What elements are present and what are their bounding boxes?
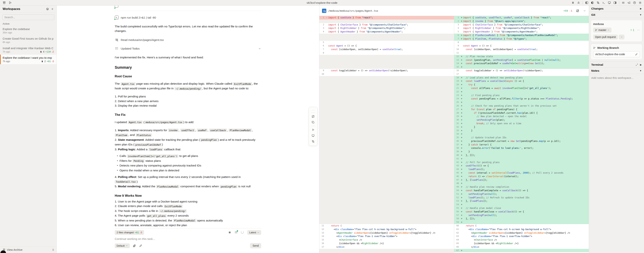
- diff-code-row: 61 <div className="flex flex-col h-scree…: [454, 228, 589, 231]
- message-input[interactable]: [115, 237, 261, 240]
- diff-code-row: 39+ }: [454, 150, 589, 154]
- inline-code: Agent.tsx: [128, 120, 143, 124]
- pen-icon[interactable]: [139, 244, 142, 247]
- chat-scroll-area[interactable]: npm run build 2>&1 | tail -80The build c…: [57, 6, 319, 228]
- diff-code-row: 11: [454, 51, 589, 55]
- git-compare-icon[interactable]: [596, 1, 600, 4]
- branch-dropdown[interactable]: master: [593, 28, 612, 32]
- workspace-title: Explore the codebase: [3, 28, 54, 30]
- notes-placeholder[interactable]: Add notes about this workspace...: [589, 74, 644, 82]
- diff-code-row: 64 <ChatInterface />: [454, 238, 589, 242]
- layers-icon[interactable]: [46, 8, 49, 10]
- menu-icon[interactable]: [622, 1, 625, 4]
- diff-filler-row: [319, 175, 454, 178]
- diff-code-row: 19+ const loadPlans = useCallback(async …: [454, 80, 589, 83]
- collapse-up-icon[interactable]: [577, 1, 580, 4]
- diff-panel: TS /medusa/medusa/src/pages/Agent.tsx +5…: [319, 6, 589, 253]
- send-button[interactable]: Send: [250, 243, 261, 248]
- pause-icon[interactable]: [571, 1, 574, 4]
- diff-code-row: 14 <div className="flex flex-1 overflow-…: [319, 234, 454, 238]
- workspaces-header: Workspaces: [0, 6, 56, 12]
- diff-code-row: 29+ // New plan detected – open the moda…: [454, 115, 589, 118]
- git-label: Git: [591, 13, 640, 16]
- diff-new-pane: 1+import { useState, useEffect, useRef, …: [454, 16, 589, 253]
- diff-file-header[interactable]: TS /medusa/medusa/src/pages/Agent.tsx +5…: [319, 6, 589, 16]
- composer-actions: Default Send: [115, 243, 261, 248]
- inline-code: ExitPlanMode: [164, 204, 183, 208]
- view-archive-button[interactable]: View Archive 0: [0, 246, 56, 253]
- diff-code-row: 3import { RightSidebar } from "@/compone…: [319, 26, 454, 30]
- expand-icon[interactable]: [636, 64, 638, 66]
- typescript-file-icon: TS: [322, 9, 326, 13]
- add-workspace-icon[interactable]: [51, 8, 54, 10]
- diff-toggle-icon[interactable]: [309, 114, 317, 119]
- model-dropdown[interactable]: Default: [115, 244, 130, 248]
- megaphone-icon[interactable]: [627, 1, 630, 4]
- gear-icon[interactable]: [638, 1, 642, 4]
- files-changed-badge[interactable]: 2 files changed +61 -3: [115, 230, 144, 235]
- list-item: 5.Modal rendering: Added the PlanReviewM…: [115, 184, 261, 189]
- workspace-item[interactable]: Explore the codebase35m ago: [0, 26, 56, 36]
- diff-code-row: 12+ // Plan review state: [454, 55, 589, 58]
- tool-call-row[interactable]: npm run build 2>&1 | tail -80: [115, 16, 261, 20]
- diff-code-row: 10 const [sidebarOpen, setSidebarOpen] =…: [454, 48, 589, 51]
- spinner-icon[interactable]: [241, 231, 244, 234]
- working-branch-field: [593, 51, 640, 57]
- panel-left-icon[interactable]: [585, 1, 588, 4]
- chevron-down-icon[interactable]: [258, 47, 261, 50]
- inline-code: Pending: [132, 159, 144, 162]
- diff-view-toggle-icon[interactable]: [576, 9, 579, 12]
- diff-filler-row: [319, 65, 454, 69]
- diff-filler-row: [319, 140, 454, 143]
- files-changed-label: 2 files changed: [116, 231, 134, 234]
- panel-right-icon[interactable]: [614, 1, 616, 4]
- working-branch-input[interactable]: [595, 53, 635, 56]
- workspace-item[interactable]: Create Good First Issues on Github So p6…: [0, 36, 56, 45]
- sparkle-icon[interactable]: [228, 231, 231, 234]
- monitor-icon[interactable]: [309, 133, 317, 138]
- diff-code-row: 21+ const allPlans = await invoke<PlanIt…: [454, 86, 589, 90]
- tool-call-row[interactable]: Updated Todos: [115, 46, 261, 50]
- more-options-icon[interactable]: [637, 28, 640, 32]
- changes-section-header[interactable]: Changes ▶: [589, 6, 644, 12]
- separator: [619, 1, 619, 4]
- diff-code-row: 22+: [454, 90, 589, 94]
- help-icon[interactable]: [633, 1, 636, 4]
- diff-code-row: 63 <div className="flex flex-1 overflow-…: [454, 234, 589, 238]
- workspace-item[interactable]: Install and integrate Vibe Kanban Web C7…: [0, 45, 56, 54]
- diff-code-row: 17: [454, 72, 589, 76]
- play-icon[interactable]: [309, 127, 317, 133]
- git-section-header[interactable]: Git ▼: [589, 12, 644, 18]
- copy-icon[interactable]: [309, 119, 317, 125]
- open-pull-request-button[interactable]: Open pull request: [593, 34, 618, 40]
- latest-dropdown[interactable]: Latest: [247, 230, 261, 235]
- diff-body[interactable]: 1-import { useState } from "react";2impo…: [319, 16, 589, 253]
- diff-filler-row: [319, 136, 454, 140]
- todos-badge-icon[interactable]: [234, 231, 238, 234]
- contrast-icon[interactable]: [591, 1, 594, 4]
- diff-filler-row: [319, 157, 454, 161]
- diff-filler-row: [319, 199, 454, 203]
- chevron-down-icon: [126, 244, 128, 247]
- tool-call-row[interactable]: Read medusa/src/pages/Agent.tsx: [115, 38, 261, 42]
- list-item: 4.The Agent page polls get_all_plans eve…: [115, 214, 261, 218]
- dots-icon[interactable]: [309, 108, 317, 112]
- diff-code-row: 44+ loadPlans();: [454, 168, 589, 171]
- paperclip-icon[interactable]: [133, 244, 136, 247]
- diff-filler-row: [319, 115, 454, 118]
- workspace-item[interactable]: Explore the codebase I want you to exp7h…: [0, 54, 56, 64]
- terminal-icon[interactable]: [602, 1, 605, 4]
- pr-options-dropdown[interactable]: [619, 34, 624, 40]
- monitor-icon[interactable]: [608, 1, 611, 4]
- git-compare-icon[interactable]: [309, 138, 317, 144]
- search-input[interactable]: [2, 14, 54, 20]
- collapse-file-icon[interactable]: [583, 9, 586, 12]
- notes-section-header[interactable]: Notes ▼: [589, 68, 644, 74]
- diff-code-row: 56+ const handlePlanClose = useCallback(…: [454, 210, 589, 214]
- diff-code-row: 65 {sidebarOpen && <RightSidebar />}: [454, 242, 589, 245]
- diff-code-row: 15+: [454, 65, 589, 69]
- diff-filler-row: [319, 80, 454, 83]
- diff-filler-row: [319, 178, 454, 182]
- terminal-section-header[interactable]: Terminal ▶: [589, 62, 644, 68]
- pencil-icon[interactable]: [635, 53, 638, 56]
